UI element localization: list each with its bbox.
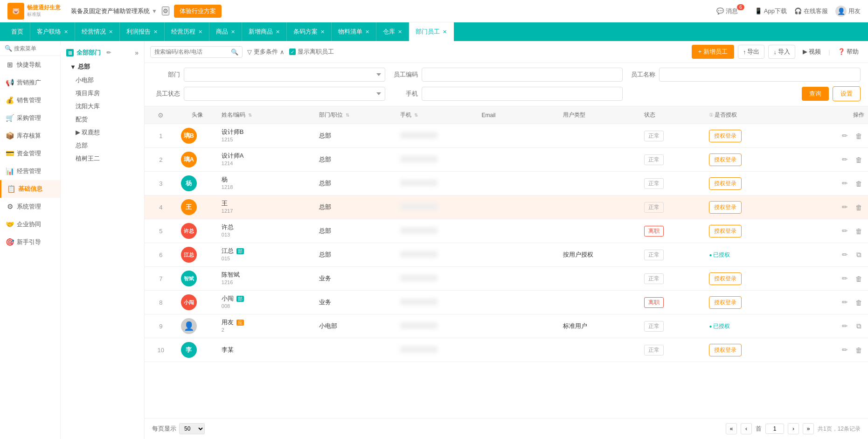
last-page-button[interactable]: » xyxy=(803,423,814,434)
message-button[interactable]: 💬 消息 6 xyxy=(716,7,747,15)
emp-name-input[interactable] xyxy=(659,68,861,82)
dept-node-headquarters[interactable]: ▼ 总部 xyxy=(61,60,144,74)
delete-icon[interactable]: 🗑 xyxy=(853,273,864,284)
query-button[interactable]: 查询 xyxy=(802,87,829,101)
edit-icon[interactable]: ✏ xyxy=(839,202,850,213)
collapse-button[interactable]: » xyxy=(135,49,139,56)
edit-icon[interactable]: ✏ xyxy=(839,225,850,237)
delete-icon[interactable]: 🗑 xyxy=(853,225,864,237)
settings-button[interactable]: 设置 xyxy=(833,86,861,101)
authorize-button[interactable]: 授权登录 xyxy=(709,153,742,166)
edit-icon[interactable]: ✏ xyxy=(839,130,850,141)
edit-icon[interactable]: ✏ xyxy=(839,249,850,260)
tab-goods-close[interactable]: ✕ xyxy=(231,29,235,35)
tab-home[interactable]: 首页 xyxy=(5,22,30,41)
search-icon[interactable]: 🔍 xyxy=(231,49,238,56)
edit-icon[interactable]: ✏ xyxy=(839,344,850,355)
tab-staff[interactable]: 部门员工 ✕ xyxy=(409,22,454,41)
authorize-button[interactable]: 授权登录 xyxy=(709,225,742,237)
copy-icon[interactable]: ⧉ xyxy=(853,249,864,260)
tab-new-goods-close[interactable]: ✕ xyxy=(276,29,280,35)
help-button[interactable]: ❓ 帮助 xyxy=(834,45,862,58)
sidebar-item-quicknav[interactable]: ⊞ 快捷导航 xyxy=(0,56,60,74)
tab-history[interactable]: 经营历程 ✕ xyxy=(165,22,209,41)
page-number-input[interactable] xyxy=(765,424,784,434)
emp-code-input[interactable] xyxy=(422,68,623,82)
settings-icon[interactable]: ⚙ xyxy=(158,111,164,119)
delete-icon[interactable]: 🗑 xyxy=(853,344,864,355)
dept-child-shenyang[interactable]: 沈阳大库 xyxy=(61,100,144,113)
authorize-button[interactable]: 授权登录 xyxy=(709,177,742,190)
th-name[interactable]: 姓名/编码 ⇅ xyxy=(218,106,315,124)
sidebar-item-marketing[interactable]: 📢 营销推广 xyxy=(0,74,60,91)
experience-button[interactable]: 体验行业方案 xyxy=(174,5,222,18)
dept-child-xiaodibu[interactable]: 小电部 xyxy=(61,74,144,87)
tab-operation-close[interactable]: ✕ xyxy=(109,29,113,35)
delete-icon[interactable]: 🗑 xyxy=(853,202,864,213)
tab-warehouse[interactable]: 仓库 ✕ xyxy=(376,22,409,41)
sidebar-item-finance[interactable]: 💳 资金管理 xyxy=(0,145,60,162)
show-resigned-checkbox[interactable]: ✓ xyxy=(289,49,296,55)
tab-profit[interactable]: 利润报告 ✕ xyxy=(120,22,165,41)
first-page-button[interactable]: « xyxy=(726,423,737,434)
more-conditions-button[interactable]: ▽ 更多条件 ∧ xyxy=(247,48,285,56)
authorize-button[interactable]: 授权登录 xyxy=(709,344,742,356)
online-service-button[interactable]: 🎧 在线客服 xyxy=(794,7,828,15)
tab-new-goods[interactable]: 新增商品 ✕ xyxy=(242,22,287,41)
authorize-button[interactable]: 授权登录 xyxy=(709,130,742,142)
dept-child-shuanglu[interactable]: ▶ 双鹿想 xyxy=(61,126,144,139)
import-button[interactable]: ↓ 导入 xyxy=(768,45,795,59)
dept-tree-edit-icon[interactable]: ✏ xyxy=(106,49,111,56)
dept-child-hq[interactable]: 总部 xyxy=(61,139,144,152)
sidebar-item-purchase[interactable]: 🛒 采购管理 xyxy=(0,109,60,127)
tab-customer-close[interactable]: ✕ xyxy=(64,29,68,35)
edit-icon[interactable]: ✏ xyxy=(839,273,850,284)
prev-page-button[interactable]: ‹ xyxy=(741,423,752,434)
sidebar-item-sales[interactable]: 💰 销售管理 xyxy=(0,91,60,109)
dept-child-plant[interactable]: 植树王二 xyxy=(61,152,144,165)
sidebar-item-system[interactable]: ⚙ 系统管理 xyxy=(0,198,60,216)
authorize-button[interactable]: 授权登录 xyxy=(709,272,742,285)
edit-icon[interactable]: ✏ xyxy=(839,321,850,332)
sidebar-item-guide[interactable]: 🎯 新手引导 xyxy=(0,233,60,251)
dept-child-project[interactable]: 项目库房 xyxy=(61,87,144,100)
delete-icon[interactable]: 🗑 xyxy=(853,297,864,308)
tab-barcode[interactable]: 条码方案 ✕ xyxy=(287,22,332,41)
system-title-area[interactable]: 装备及固定资产辅助管理系统 ▼ xyxy=(65,7,157,15)
phone-input[interactable] xyxy=(422,87,623,101)
tab-goods[interactable]: 商品 ✕ xyxy=(209,22,242,41)
next-page-button[interactable]: › xyxy=(788,423,799,434)
tab-profit-close[interactable]: ✕ xyxy=(153,29,158,35)
tab-warehouse-close[interactable]: ✕ xyxy=(398,29,402,35)
edit-icon[interactable]: ✏ xyxy=(839,178,850,189)
edit-icon[interactable]: ✏ xyxy=(839,154,850,165)
search-input[interactable] xyxy=(154,49,229,55)
tab-bom[interactable]: 物料清单 ✕ xyxy=(332,22,376,41)
view-button[interactable]: ▶ 视频 xyxy=(799,45,825,58)
edit-icon[interactable]: ✏ xyxy=(839,297,850,308)
sidebar-item-basic[interactable]: 📋 基础信息 xyxy=(0,180,60,198)
authorize-button[interactable]: 授权登录 xyxy=(709,201,742,214)
gear-button[interactable]: ⚙ xyxy=(162,7,169,15)
th-dept[interactable]: 部门/职位 ⇅ xyxy=(315,106,396,124)
tab-staff-close[interactable]: ✕ xyxy=(443,29,447,35)
delete-icon[interactable]: 🗑 xyxy=(853,154,864,165)
show-resigned-wrap[interactable]: ✓ 显示离职员工 xyxy=(289,48,334,56)
sidebar-item-collab[interactable]: 🤝 企业协同 xyxy=(0,216,60,233)
tab-history-close[interactable]: ✕ xyxy=(198,29,202,35)
tab-operation[interactable]: 经营情况 ✕ xyxy=(75,22,120,41)
delete-icon[interactable]: 🗑 xyxy=(853,178,864,189)
user-area[interactable]: 👤 用友 xyxy=(835,6,861,17)
dept-child-distribution[interactable]: 配货 xyxy=(61,113,144,126)
delete-icon[interactable]: 🗑 xyxy=(853,130,864,141)
emp-status-select[interactable] xyxy=(184,87,385,101)
tab-barcode-close[interactable]: ✕ xyxy=(320,29,325,35)
tab-bom-close[interactable]: ✕ xyxy=(365,29,369,35)
export-button[interactable]: ↑ 导出 xyxy=(738,45,765,59)
dept-select[interactable] xyxy=(184,68,385,82)
copy-icon[interactable]: ⧉ xyxy=(853,321,864,332)
sidebar-item-inventory[interactable]: 📦 库存核算 xyxy=(0,127,60,145)
sidebar-item-business[interactable]: 📊 经营管理 xyxy=(0,162,60,180)
app-download-button[interactable]: 📱 App下载 xyxy=(755,7,787,15)
tab-customer[interactable]: 客户联络 ✕ xyxy=(30,22,75,41)
